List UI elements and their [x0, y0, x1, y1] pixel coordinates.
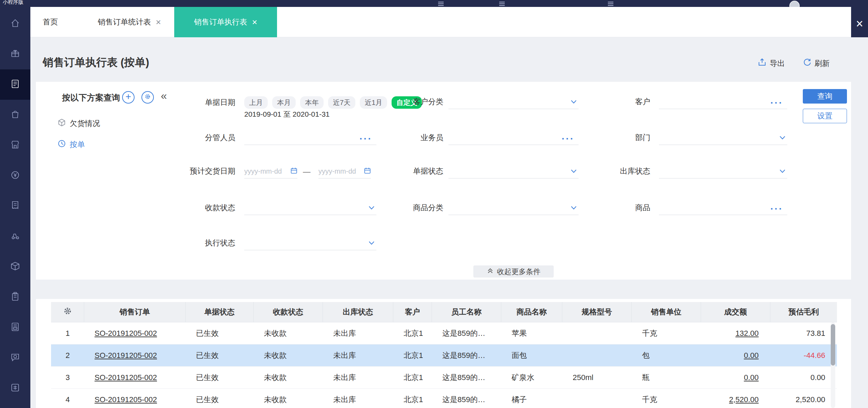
menu-icon[interactable]	[499, 1, 505, 7]
sale-unit: 包	[632, 344, 701, 366]
top-strip	[30, 0, 851, 7]
sidebar-item-bag[interactable]	[0, 100, 30, 130]
scheme-item-owed-goods[interactable]: 欠货情况	[58, 117, 100, 130]
order-link[interactable]: SO-20191205-002	[84, 367, 186, 388]
sidebar-item-home[interactable]	[0, 9, 30, 39]
product-name: 矿泉水	[501, 367, 562, 388]
table-row-3[interactable]: 3SO-20191205-002已生效未收款未出库北京1这是859的…矿泉水25…	[51, 367, 837, 389]
quick-last-month[interactable]: 上月	[244, 96, 268, 109]
scheme-panel-title: 按以下方案查询	[62, 92, 120, 103]
app-root: 小程序版 首页 销售订单统计表 × 销售订单执行表 × × 销售订单执行表 (按…	[0, 0, 868, 408]
amount-link-text[interactable]: 0.00	[744, 351, 759, 360]
sidebar-item-badge[interactable]	[0, 373, 30, 404]
quick-last-7-days[interactable]: 近7天	[328, 96, 355, 109]
query-button[interactable]: 查询	[803, 89, 847, 104]
tab-close-icon[interactable]: ×	[156, 18, 161, 27]
order-link[interactable]: SO-20191205-002	[84, 389, 186, 408]
export-button[interactable]: 导出	[758, 58, 785, 69]
add-scheme-button[interactable]: +	[122, 91, 135, 104]
refresh-button[interactable]: 刷新	[802, 58, 830, 69]
order-link-text[interactable]: SO-20191205-002	[95, 395, 157, 404]
pay-status: 未收款	[254, 322, 323, 344]
order-link-text[interactable]: SO-20191205-002	[95, 329, 157, 338]
amount-link[interactable]: 0.00	[701, 367, 770, 388]
filter-label-customer-category: 客户分类	[359, 97, 443, 107]
page-title: 销售订单执行表 (按单)	[43, 55, 149, 70]
tab-sales-order-stats[interactable]: 销售订单统计表 ×	[89, 7, 170, 37]
badge-icon	[10, 382, 20, 394]
menu-icon[interactable]	[607, 1, 614, 7]
customer-category-select[interactable]	[448, 93, 579, 109]
out-status-select[interactable]	[659, 163, 787, 178]
filter-label-out-status: 出库状态	[566, 166, 650, 176]
report-icon	[10, 322, 20, 333]
sidebar-item-package[interactable]	[0, 252, 30, 282]
scheme-item-by-order[interactable]: 按单	[58, 138, 85, 151]
sidebar-item-store[interactable]	[0, 130, 30, 161]
row-index: 1	[51, 322, 84, 344]
employee-name: 这是859的…	[432, 367, 501, 388]
sidebar-item-invoice[interactable]	[0, 69, 30, 100]
amount-link[interactable]: 2,520.00	[701, 389, 770, 408]
quick-this-year[interactable]: 本年	[300, 96, 324, 109]
amount-link[interactable]: 0.00	[701, 344, 770, 366]
table-settings-header[interactable]	[51, 302, 84, 322]
amount-link[interactable]: 132.00	[701, 322, 770, 344]
sidebar-item-clipboard[interactable]	[0, 282, 30, 312]
column-header-0: 销售订单	[84, 302, 186, 322]
table-row-2[interactable]: 2SO-20191205-002已生效未收款未出库北京1这是859的…面包包0.…	[51, 344, 837, 367]
delivery-start-input[interactable]	[244, 165, 288, 178]
salesman-picker[interactable]: ···	[448, 129, 579, 145]
product-picker[interactable]: ···	[659, 199, 787, 215]
quick-this-month[interactable]: 本月	[272, 96, 296, 109]
sidebar-item-report[interactable]	[0, 312, 30, 343]
tab-home[interactable]: 首页	[43, 7, 58, 37]
table-row-1[interactable]: 1SO-20191205-002已生效未收款未出库北京1这是859的…苹果千克1…	[51, 322, 837, 344]
close-icon[interactable]: ×	[856, 18, 863, 30]
department-select[interactable]	[659, 129, 787, 145]
gear-icon	[144, 93, 151, 101]
sidebar-item-coin[interactable]	[0, 161, 30, 191]
manager-picker[interactable]: ···	[244, 129, 376, 145]
employee-name: 这是859的…	[432, 344, 501, 366]
scrollbar-thumb[interactable]	[831, 324, 835, 366]
table-row-4[interactable]: 4SO-20191205-002已生效未收款未出库北京1这是859的…橘子千克2…	[51, 389, 837, 408]
sidebar-item-gift[interactable]	[0, 39, 30, 69]
avatar[interactable]	[789, 1, 800, 7]
settings-button[interactable]: 设置	[803, 109, 847, 123]
sidebar-item-receipt[interactable]	[0, 191, 30, 221]
export-label: 导出	[770, 58, 785, 69]
delivery-date-start[interactable]	[244, 165, 297, 178]
refresh-icon	[802, 58, 811, 69]
order-link-text[interactable]: SO-20191205-002	[95, 351, 157, 360]
customer: 北京1	[393, 344, 432, 366]
plus-icon: +	[126, 92, 131, 101]
calendar-icon[interactable]	[290, 167, 297, 175]
sidebar-item-message[interactable]	[0, 343, 30, 373]
tab-close-icon[interactable]: ×	[252, 18, 257, 27]
collapse-more-conditions-button[interactable]: 收起更多条件	[473, 265, 554, 278]
order-link[interactable]: SO-20191205-002	[84, 344, 186, 366]
spec	[562, 389, 632, 408]
customer-picker[interactable]: ···	[659, 93, 787, 109]
product-name: 橘子	[501, 389, 562, 408]
gift-icon	[10, 48, 20, 60]
doc-status-select[interactable]	[448, 163, 579, 178]
doc-status: 已生效	[186, 389, 254, 408]
row-index: 4	[51, 389, 84, 408]
column-header-4: 客户	[393, 302, 432, 322]
menu-icon[interactable]	[437, 1, 444, 7]
order-link-text[interactable]: SO-20191205-002	[95, 373, 157, 382]
sidebar-item-delivery[interactable]	[0, 221, 30, 252]
delivery-end-input[interactable]	[318, 165, 361, 178]
spec: 250ml	[562, 367, 632, 388]
product-category-select[interactable]	[448, 199, 579, 215]
amount-link-text[interactable]: 0.00	[744, 373, 759, 382]
pay-status-select[interactable]	[244, 199, 376, 215]
exec-status-select[interactable]	[244, 234, 376, 250]
amount-link-text[interactable]: 132.00	[736, 329, 759, 338]
amount-link-text[interactable]: 2,520.00	[729, 395, 759, 404]
sale-unit: 千克	[632, 322, 701, 344]
order-link[interactable]: SO-20191205-002	[84, 322, 186, 344]
tab-sales-order-exec[interactable]: 销售订单执行表 ×	[174, 7, 277, 37]
